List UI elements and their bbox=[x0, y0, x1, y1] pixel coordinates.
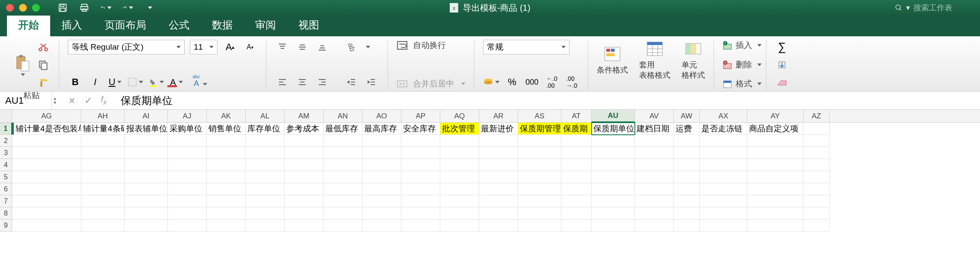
align-center-icon[interactable] bbox=[295, 75, 310, 89]
cell[interactable] bbox=[285, 219, 323, 232]
cell[interactable]: 最高库存 bbox=[362, 123, 401, 135]
cell[interactable] bbox=[592, 183, 635, 195]
align-bottom-icon[interactable] bbox=[315, 40, 330, 54]
underline-button[interactable]: U bbox=[108, 75, 122, 89]
col-header-AU[interactable]: AU bbox=[592, 110, 635, 122]
align-right-icon[interactable] bbox=[315, 75, 330, 89]
cell[interactable] bbox=[592, 135, 635, 147]
currency-icon[interactable] bbox=[483, 75, 500, 89]
fx-icon[interactable]: fx bbox=[101, 95, 107, 107]
cell[interactable] bbox=[518, 135, 561, 147]
cell[interactable] bbox=[592, 207, 635, 219]
cell[interactable] bbox=[635, 195, 674, 207]
cell[interactable] bbox=[592, 219, 635, 232]
cell[interactable]: 批次管理 bbox=[440, 123, 479, 135]
phonetic-button[interactable]: abcA bbox=[189, 75, 204, 89]
cell[interactable] bbox=[323, 171, 362, 183]
cell[interactable]: 保质期单位 bbox=[592, 123, 635, 135]
cell[interactable]: 采购单位 bbox=[168, 123, 207, 135]
font-size-combo[interactable]: 11 bbox=[190, 40, 218, 54]
cell[interactable]: 运费 bbox=[674, 123, 700, 135]
row-header[interactable]: 1 bbox=[0, 123, 12, 135]
cell[interactable]: 参考成本 bbox=[285, 123, 323, 135]
cell[interactable] bbox=[674, 219, 700, 232]
cell[interactable]: 是否走冻链 bbox=[700, 123, 747, 135]
save-icon[interactable] bbox=[57, 2, 68, 13]
cell[interactable] bbox=[479, 171, 518, 183]
cell[interactable] bbox=[674, 183, 700, 195]
cell[interactable] bbox=[674, 195, 700, 207]
cell[interactable] bbox=[518, 159, 561, 171]
cell[interactable] bbox=[285, 195, 323, 207]
decrease-indent-icon[interactable] bbox=[344, 75, 359, 89]
decrease-decimal-icon[interactable]: .00→.0 bbox=[564, 75, 579, 89]
row-header[interactable]: 9 bbox=[0, 219, 12, 232]
cell[interactable] bbox=[285, 135, 323, 147]
cell[interactable] bbox=[561, 135, 592, 147]
cell[interactable] bbox=[747, 135, 804, 147]
cell[interactable] bbox=[125, 171, 168, 183]
cell[interactable]: 最低库存 bbox=[323, 123, 362, 135]
cell[interactable] bbox=[479, 195, 518, 207]
tab-数据[interactable]: 数据 bbox=[201, 14, 244, 36]
cell[interactable] bbox=[479, 183, 518, 195]
orientation-icon[interactable]: ab bbox=[342, 38, 361, 57]
cancel-formula-icon[interactable]: ✕ bbox=[68, 95, 76, 106]
cell[interactable] bbox=[440, 159, 479, 171]
cell[interactable] bbox=[168, 135, 207, 147]
fill-color-button[interactable] bbox=[148, 75, 164, 89]
name-box[interactable]: AU1 bbox=[0, 92, 52, 109]
cell[interactable] bbox=[401, 171, 440, 183]
autosum-icon[interactable]: ∑ bbox=[775, 40, 789, 54]
cell[interactable] bbox=[804, 123, 829, 135]
tab-视图[interactable]: 视图 bbox=[287, 14, 330, 36]
cell[interactable] bbox=[362, 195, 401, 207]
cell[interactable] bbox=[518, 171, 561, 183]
tab-页面布局[interactable]: 页面布局 bbox=[93, 14, 157, 36]
cell[interactable] bbox=[518, 195, 561, 207]
insert-button[interactable]: +插入 bbox=[723, 40, 762, 51]
cell[interactable]: 建档日期 bbox=[635, 123, 674, 135]
table-format-button[interactable]: 套用 表格格式 bbox=[639, 40, 670, 80]
col-header-AJ[interactable]: AJ bbox=[168, 110, 207, 122]
cell[interactable] bbox=[592, 159, 635, 171]
col-header-AN[interactable]: AN bbox=[323, 110, 362, 122]
cell[interactable] bbox=[635, 183, 674, 195]
cell[interactable] bbox=[246, 207, 285, 219]
cell[interactable] bbox=[207, 195, 246, 207]
maximize-window[interactable] bbox=[32, 4, 40, 12]
cell[interactable] bbox=[747, 207, 804, 219]
col-header-AQ[interactable]: AQ bbox=[440, 110, 479, 122]
redo-icon[interactable] bbox=[122, 2, 133, 13]
cell[interactable] bbox=[81, 159, 125, 171]
cell[interactable] bbox=[168, 171, 207, 183]
cell[interactable] bbox=[362, 183, 401, 195]
clear-icon[interactable] bbox=[775, 76, 789, 89]
cell[interactable] bbox=[401, 207, 440, 219]
cell[interactable] bbox=[804, 171, 829, 183]
increase-decimal-icon[interactable]: ←.0.00 bbox=[544, 75, 559, 89]
cell[interactable] bbox=[12, 207, 81, 219]
format-button[interactable]: 格式 bbox=[723, 78, 762, 89]
cell[interactable] bbox=[168, 147, 207, 159]
cell[interactable] bbox=[81, 195, 125, 207]
cell[interactable] bbox=[285, 147, 323, 159]
accept-formula-icon[interactable]: ✓ bbox=[84, 95, 92, 106]
cell[interactable] bbox=[81, 183, 125, 195]
cell[interactable] bbox=[747, 147, 804, 159]
cell[interactable] bbox=[12, 159, 81, 171]
cell[interactable] bbox=[246, 219, 285, 232]
cell[interactable]: 库存单位 bbox=[246, 123, 285, 135]
col-header-AK[interactable]: AK bbox=[207, 110, 246, 122]
cell[interactable]: 报表辅单位 bbox=[125, 123, 168, 135]
cell[interactable] bbox=[804, 135, 829, 147]
formula-input[interactable] bbox=[115, 95, 980, 107]
cell[interactable] bbox=[12, 219, 81, 232]
cell[interactable] bbox=[635, 171, 674, 183]
cell[interactable] bbox=[168, 195, 207, 207]
paste-button[interactable] bbox=[13, 54, 31, 76]
cell[interactable] bbox=[285, 207, 323, 219]
col-header-AT[interactable]: AT bbox=[561, 110, 592, 122]
name-box-stepper[interactable]: ▲▼ bbox=[52, 96, 58, 105]
cell[interactable] bbox=[362, 219, 401, 232]
